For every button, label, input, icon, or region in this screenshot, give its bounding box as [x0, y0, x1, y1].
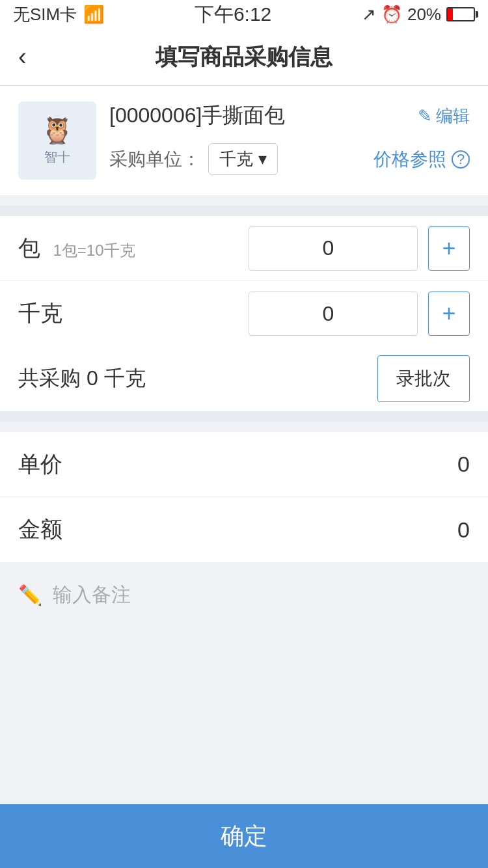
price-ref-help-icon: ?: [452, 150, 470, 169]
status-right: ↗ ⏰ 20%: [362, 5, 475, 25]
record-batch-button[interactable]: 录批次: [377, 355, 470, 402]
kg-label-text: 千克: [18, 301, 62, 325]
price-row-unit: 单价 0: [0, 432, 488, 497]
bao-input-wrap: +: [135, 226, 470, 271]
bao-input[interactable]: [249, 226, 418, 271]
product-thumb-label: 智十: [44, 148, 70, 166]
section-divider-1: [0, 206, 488, 216]
unit-row: 采购单位： 千克 ▾ 价格参照 ?: [109, 143, 470, 175]
product-name-row: [0000006]手撕面包 ✎ 编辑: [109, 102, 470, 130]
status-left: 无SIM卡 📶: [13, 3, 104, 26]
unit-value: 千克: [219, 148, 253, 170]
kg-input[interactable]: [249, 292, 418, 336]
chevron-down-icon: ▾: [258, 149, 267, 169]
amount-value: 0: [457, 517, 470, 543]
bao-plus-button[interactable]: +: [428, 226, 470, 271]
price-row-amount: 金额 0: [0, 497, 488, 562]
product-thumb-owl-icon: 🦉: [41, 115, 74, 146]
kg-input-wrap: +: [109, 292, 470, 336]
summary-label: 共采购: [18, 366, 81, 390]
input-label-bao: 包 1包=10千克: [18, 234, 135, 264]
content-area: 🦉 智十 [0000006]手撕面包 ✎ 编辑 采购单位： 千克 ▾: [0, 86, 488, 770]
edit-label: 编辑: [436, 105, 470, 128]
carrier-text: 无SIM卡: [13, 3, 77, 26]
unit-label-text: 采购单位：: [109, 147, 200, 172]
battery-icon: [446, 7, 475, 21]
price-ref-button[interactable]: 价格参照 ?: [373, 147, 470, 172]
location-icon: ↗: [362, 5, 376, 25]
unit-label: 采购单位： 千克 ▾: [109, 143, 278, 175]
summary-row: 共采购 0 千克 录批次: [0, 346, 488, 411]
notes-placeholder: 输入备注: [53, 582, 131, 608]
bao-sublabel: 1包=10千克: [53, 241, 135, 259]
product-thumbnail: 🦉 智十: [18, 102, 96, 180]
edit-icon: ✎: [418, 106, 432, 126]
edit-button[interactable]: ✎ 编辑: [418, 105, 470, 128]
pencil-icon: ✏️: [18, 584, 42, 606]
bottom-spacer: [0, 627, 488, 770]
notes-section[interactable]: ✏️ 输入备注: [0, 562, 488, 627]
battery-fill: [448, 8, 453, 20]
status-time: 下午6:12: [195, 1, 271, 28]
confirm-button[interactable]: 确定: [0, 804, 488, 868]
product-full-name: [0000006]手撕面包: [109, 102, 285, 130]
battery-percentage: 20%: [407, 5, 441, 25]
summary-text: 共采购 0 千克: [18, 364, 146, 393]
input-section: 包 1包=10千克 + 千克 +: [0, 216, 488, 346]
unit-select[interactable]: 千克 ▾: [208, 143, 278, 175]
wifi-icon: 📶: [83, 5, 104, 25]
input-label-kg: 千克: [18, 299, 109, 329]
nav-bar: ‹ 填写商品采购信息: [0, 29, 488, 86]
back-button[interactable]: ‹: [18, 43, 27, 71]
unit-price-label: 单价: [18, 450, 62, 480]
section-divider-2: [0, 411, 488, 422]
kg-plus-button[interactable]: +: [428, 292, 470, 336]
summary-section: 共采购 0 千克 录批次: [0, 346, 488, 411]
summary-num: 0: [87, 366, 98, 390]
product-info: [0000006]手撕面包 ✎ 编辑 采购单位： 千克 ▾ 价格参照 ?: [109, 102, 470, 175]
status-bar: 无SIM卡 📶 下午6:12 ↗ ⏰ 20%: [0, 0, 488, 29]
summary-unit-text: 千克: [104, 366, 146, 390]
price-ref-label: 价格参照: [373, 147, 446, 172]
unit-price-value: 0: [457, 452, 470, 477]
bao-label-text: 包: [18, 236, 40, 260]
alarm-icon: ⏰: [381, 5, 402, 25]
input-row-bao: 包 1包=10千克 +: [0, 216, 488, 281]
page-title: 填写商品采购信息: [156, 42, 332, 72]
price-section: 单价 0 金额 0: [0, 432, 488, 562]
amount-label: 金额: [18, 515, 62, 545]
product-card: 🦉 智十 [0000006]手撕面包 ✎ 编辑 采购单位： 千克 ▾: [0, 86, 488, 195]
input-row-kg: 千克 +: [0, 281, 488, 346]
